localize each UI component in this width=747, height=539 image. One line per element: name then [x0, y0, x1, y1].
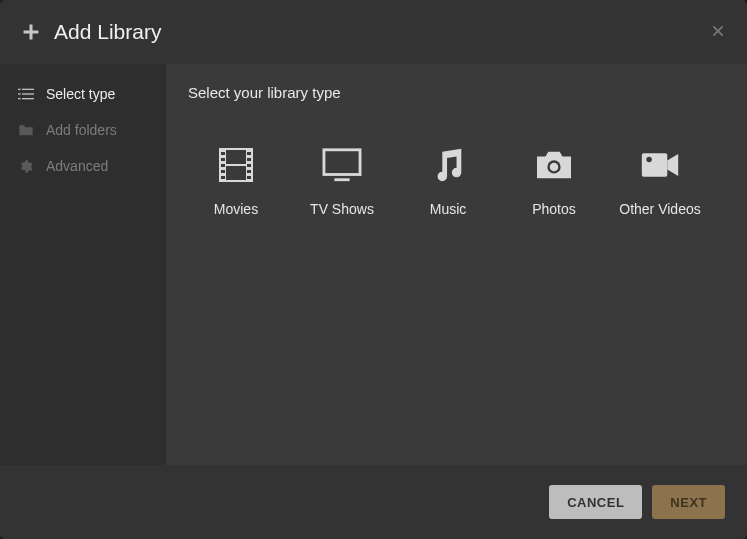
sidebar-item-label: Select type [46, 86, 115, 102]
list-icon [18, 87, 34, 101]
modal-header: Add Library [0, 0, 747, 64]
svg-rect-21 [247, 170, 251, 173]
svg-rect-16 [221, 170, 225, 173]
svg-point-29 [646, 157, 651, 162]
modal-body: Select type Add folders Advanced [0, 64, 747, 465]
sidebar-item-label: Add folders [46, 122, 117, 138]
svg-rect-8 [18, 98, 21, 99]
cancel-button[interactable]: CANCEL [549, 485, 642, 519]
type-label: TV Shows [310, 201, 374, 217]
sidebar-item-add-folders[interactable]: Add folders [0, 112, 166, 148]
music-icon [429, 143, 467, 187]
sidebar-item-label: Advanced [46, 158, 108, 174]
camera-icon [533, 143, 575, 187]
type-label: Other Videos [619, 201, 700, 217]
svg-rect-14 [221, 158, 225, 161]
folder-icon [18, 123, 34, 137]
close-button[interactable] [711, 24, 727, 40]
svg-rect-17 [221, 176, 225, 179]
main-panel: Select your library type [166, 64, 747, 465]
sidebar-item-select-type[interactable]: Select type [0, 76, 166, 112]
svg-rect-1 [24, 31, 39, 34]
type-music[interactable]: Music [400, 137, 496, 223]
svg-rect-6 [18, 93, 21, 94]
svg-rect-13 [221, 152, 225, 155]
gear-icon [18, 159, 34, 173]
type-movies[interactable]: Movies [188, 137, 284, 223]
library-type-grid: Movies TV Shows [188, 137, 725, 223]
svg-rect-28 [642, 153, 667, 177]
type-tv-shows[interactable]: TV Shows [294, 137, 390, 223]
type-photos[interactable]: Photos [506, 137, 602, 223]
main-heading: Select your library type [188, 84, 725, 101]
svg-rect-18 [247, 152, 251, 155]
add-library-modal: Add Library Select type [0, 0, 747, 539]
wizard-sidebar: Select type Add folders Advanced [0, 64, 166, 465]
svg-rect-25 [334, 178, 349, 181]
type-other-videos[interactable]: Other Videos [612, 137, 708, 223]
video-icon [640, 143, 680, 187]
svg-rect-23 [226, 164, 246, 166]
svg-rect-4 [18, 89, 21, 90]
next-button[interactable]: NEXT [652, 485, 725, 519]
svg-rect-20 [247, 164, 251, 167]
svg-rect-19 [247, 158, 251, 161]
svg-rect-5 [22, 89, 34, 90]
svg-rect-24 [324, 150, 360, 175]
tv-icon [321, 143, 363, 187]
type-label: Photos [532, 201, 576, 217]
svg-rect-22 [247, 176, 251, 179]
svg-rect-9 [22, 98, 34, 99]
movies-icon [216, 143, 256, 187]
svg-point-27 [550, 163, 559, 172]
plus-icon [22, 23, 40, 41]
svg-rect-15 [221, 164, 225, 167]
modal-title: Add Library [54, 20, 161, 44]
modal-footer: CANCEL NEXT [0, 465, 747, 539]
type-label: Music [430, 201, 467, 217]
type-label: Movies [214, 201, 258, 217]
svg-rect-7 [22, 93, 34, 94]
sidebar-item-advanced[interactable]: Advanced [0, 148, 166, 184]
